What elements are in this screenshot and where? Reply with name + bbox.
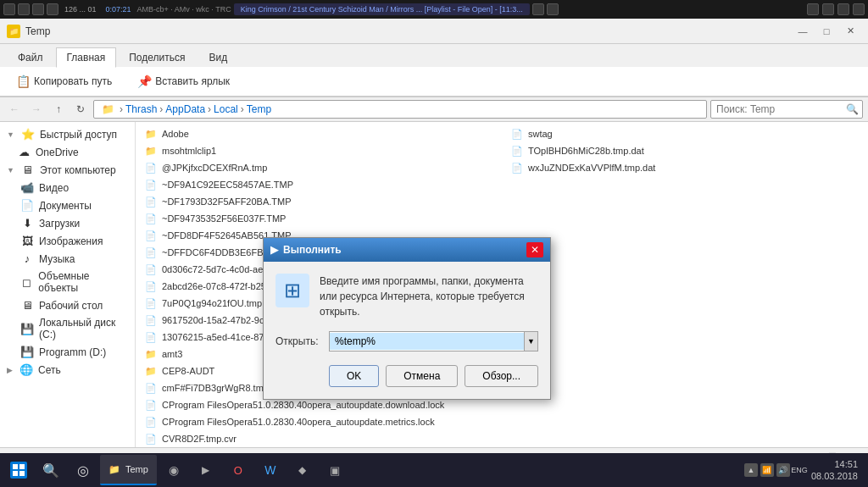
app2-taskbar-button[interactable]: ▣ [320,455,350,485]
chrome-taskbar-button[interactable]: ◉ [159,455,189,485]
list-item[interactable]: 📄~DF1793D32F5AFF20BA.TMP [139,193,498,210]
sidebar-item-video[interactable]: 📹 Видео [0,179,135,196]
dialog-ok-button[interactable]: OK [329,365,379,387]
top-right-btn2[interactable] [822,3,834,15]
dialog-body: ⊞ Введите имя программы, папки, документ… [264,262,550,399]
media-vol-btn[interactable] [532,3,544,15]
network-icon: 🌐 [19,363,33,376]
close-button[interactable]: ✕ [839,23,861,40]
forward-button[interactable]: → [27,100,46,119]
tmp-icon: 📄 [144,381,158,395]
dialog-close-button[interactable]: ✕ [526,242,543,257]
list-item[interactable]: 📄~DF94735352F56E037F.TMP [139,210,498,227]
media-time: 0:07:21 [103,5,135,14]
tmp-icon: 📄 [144,229,158,242]
explorer-taskbar-button[interactable]: 📁 Temp [100,455,157,485]
top-right-btn3[interactable] [837,3,849,15]
cortana-button[interactable]: ◎ [68,455,98,485]
explorer-taskbar-label: Temp [125,464,148,474]
sidebar-item-onedrive[interactable]: ☁ OneDrive [0,143,135,161]
sidebar-item-docs[interactable]: 📄 Документы [0,196,135,214]
address-path[interactable]: 📁 › Thrash › AppData › Local › Temp [93,100,707,119]
sidebar-item-localc[interactable]: 💾 Локальный диск (C:) [0,314,135,343]
desktop-icon: 🖥 [20,299,34,312]
run-icon-symbol: ⊞ [284,279,301,302]
back-button[interactable]: ← [5,100,24,119]
refresh-button[interactable]: ↻ [71,100,90,119]
copy-path-button[interactable]: 📋 Копировать путь [7,70,121,92]
up-button[interactable]: ↑ [49,100,68,119]
app1-taskbar-button[interactable]: ◆ [287,455,318,485]
path-part-temp[interactable]: Temp [247,103,271,115]
sidebar-item-network[interactable]: ▶ 🌐 Сеть [0,361,135,379]
tab-home[interactable]: Главная [56,47,117,68]
dialog-top: ⊞ Введите имя программы, папки, документ… [275,274,538,319]
tray-date: 08.03.2018 [811,470,858,482]
sidebar-item-quickaccess[interactable]: ▼ ⭐ Быстрый доступ [0,125,135,143]
paste-shortcut-button[interactable]: 📌 Вставить ярлык [128,70,239,92]
sidebar-item-3d[interactable]: ◻ Объемные объекты [0,268,135,296]
search-input[interactable] [710,100,863,119]
copy-path-icon: 📋 [16,75,31,88]
media-eq-btn[interactable] [547,3,559,15]
sidebar-item-desktop[interactable]: 🖥 Рабочий стол [0,296,135,314]
top-right-btn1[interactable] [807,3,819,15]
tmp-icon: 📄 [144,212,158,225]
media-taskbar-button[interactable]: ▶ [191,455,221,485]
list-item[interactable]: 📄wxJuZNDExKaVVPlfM.tmp.dat [505,159,865,176]
tab-file[interactable]: Файл [7,47,54,67]
list-item[interactable]: 📁msohtmlclip1 [139,142,498,159]
sidebar-label-music: Музыка [39,253,75,265]
dialog-cancel-button[interactable]: Отмена [386,365,458,387]
list-item[interactable]: 📁Adobe [139,125,498,142]
media-stop-btn[interactable] [47,3,58,15]
dialog-dropdown-button[interactable]: ▼ [524,332,537,351]
minimize-button[interactable]: — [792,23,814,40]
list-item[interactable]: 📄@JPKjfxcDCEXfRnA.tmp [139,159,498,176]
sidebar-item-music[interactable]: ♪ Музыка [0,250,135,268]
3d-icon: ◻ [20,276,33,289]
tab-view[interactable]: Вид [198,47,238,67]
downloads-icon: ⬇ [20,217,34,230]
copy-path-label: Копировать путь [34,75,112,87]
sidebar-item-thispc[interactable]: ▼ 🖥 Этот компьютер [0,161,135,179]
dialog-title-bar: ▶ Выполнить ✕ [264,238,550,262]
path-arrow: 📁 [102,103,114,115]
media-prev-btn[interactable] [3,3,15,15]
sidebar-item-pictures[interactable]: 🖼 Изображения [0,232,135,250]
start-icon [10,462,27,479]
tray-icon-network: 📶 [760,463,774,477]
path-part-local[interactable]: Local [214,103,238,115]
dialog-open-input[interactable] [330,333,524,350]
folder-icon: 📁 [144,364,158,378]
tray-icon-lang: ENG [793,463,806,477]
sidebar-label-3d: Объемные объекты [38,270,128,294]
list-item[interactable]: 📄~DF9A1C92EEC58457AE.TMP [139,176,498,193]
opera-taskbar-button[interactable]: O [223,455,253,485]
title-bar: 📁 Temp — □ ✕ [0,19,868,44]
list-item[interactable]: 📄CProgram FilesOpera51.0.2830.40opera_au… [139,413,498,430]
word-taskbar-button[interactable]: W [255,455,286,485]
thispc-icon: 🖥 [21,163,35,176]
explorer-taskbar-icon: 📁 [108,464,120,475]
path-part-appdata[interactable]: AppData [165,103,205,115]
ribbon-tabs: Файл Главная Поделиться Вид [0,44,868,67]
sidebar-item-programd[interactable]: 💾 Programm (D:) [0,343,135,361]
dialog-description: Введите имя программы, папки, документа … [320,274,538,319]
search-taskbar-button[interactable]: 🔍 [36,455,66,485]
tray-time: 14:51 [811,458,858,470]
top-right-btn4[interactable] [853,3,865,15]
media-play-btn[interactable] [18,3,30,15]
list-item[interactable]: 📄TOplBHD6hMiC28b.tmp.dat [505,142,865,159]
docs-icon: 📄 [20,199,34,212]
path-sep1: › [120,103,123,115]
list-item[interactable]: 📄CVR8D2F.tmp.cvr [139,430,498,447]
tab-share[interactable]: Поделиться [118,47,196,67]
maximize-button[interactable]: □ [815,23,837,40]
dialog-browse-button[interactable]: Обзор... [465,365,538,387]
sidebar-item-downloads[interactable]: ⬇ Загрузки [0,214,135,232]
list-item[interactable]: 📄swtag [505,125,865,142]
path-part-thrash[interactable]: Thrash [125,103,157,115]
start-button[interactable] [3,455,34,485]
media-next-btn[interactable] [32,3,44,15]
